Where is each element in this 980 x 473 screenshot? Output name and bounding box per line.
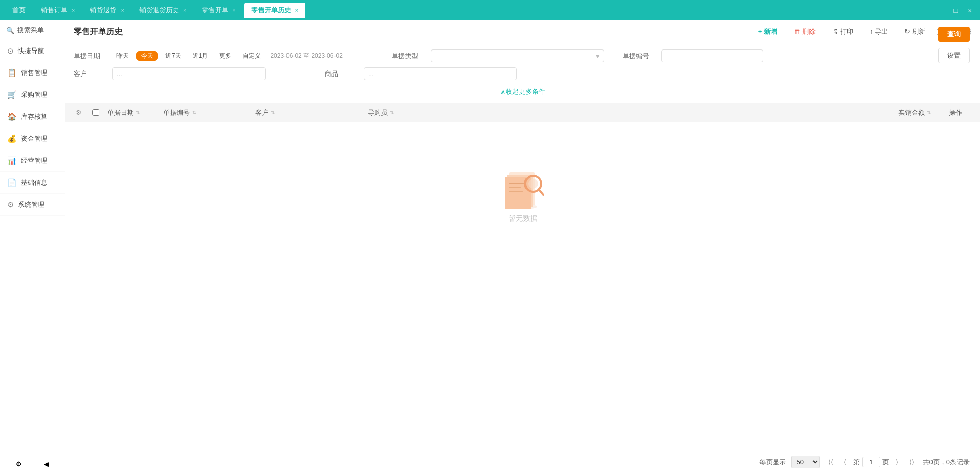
- refresh-button[interactable]: ↻ 刷新: [899, 24, 930, 39]
- col-amount-label: 实销金额: [898, 108, 925, 117]
- sidebar-item-资金管理[interactable]: 💰资金管理: [0, 128, 65, 150]
- query-button[interactable]: 查询: [938, 27, 970, 42]
- svg-rect-4: [509, 183, 524, 184]
- tab-销货退货[interactable]: 销货退货×: [83, 3, 131, 18]
- sidebar-item-采购管理[interactable]: 🛒采购管理: [0, 84, 65, 106]
- sort-icon-num: ⇅: [192, 110, 196, 115]
- total-info: 共0页，0条记录: [923, 458, 970, 467]
- col-header-guide[interactable]: 导购员 ⇅: [364, 108, 425, 117]
- tab-销货退货历史[interactable]: 销货退货历史×: [132, 3, 194, 18]
- tab-销售订单[interactable]: 销售订单×: [34, 3, 82, 18]
- col-header-date[interactable]: 单据日期 ⇅: [103, 108, 159, 117]
- empty-state: 暂无数据: [65, 122, 980, 264]
- export-button[interactable]: ↑ 导出: [865, 24, 893, 39]
- col-header-num[interactable]: 单据编号 ⇅: [159, 108, 251, 117]
- sidebar-icon: 📊: [7, 156, 17, 165]
- next-page-btn[interactable]: ⟩: [891, 456, 903, 468]
- sidebar-icon: ⚙: [7, 200, 14, 209]
- 1month-btn[interactable]: 近1月: [188, 51, 212, 61]
- customer-label: 客户: [74, 69, 104, 79]
- maximize-button[interactable]: □: [951, 6, 961, 15]
- collapse-button[interactable]: ∧ 收起更多条件: [74, 85, 972, 98]
- empty-text: 暂无数据: [509, 214, 537, 223]
- collapse-icon[interactable]: ◀: [44, 460, 49, 468]
- tab-close-icon[interactable]: ×: [71, 7, 75, 13]
- window-controls: — □ ×: [934, 6, 975, 15]
- page-label: 第: [853, 458, 860, 467]
- tab-label: 销货退货历史: [139, 6, 179, 15]
- sidebar-item-库存核算[interactable]: 🏠库存核算: [0, 106, 65, 128]
- sort-icon-date: ⇅: [136, 110, 140, 115]
- page-size-select[interactable]: 50 10 20 100: [791, 456, 820, 468]
- print-button[interactable]: 🖨 打印: [827, 24, 859, 39]
- sort-icon-amount: ⇅: [927, 110, 931, 115]
- type-select[interactable]: ▾: [431, 49, 604, 62]
- date-range-display: 2023-06-02 至 2023-06-02: [270, 52, 342, 60]
- last-page-btn[interactable]: ⟩⟩: [905, 456, 918, 468]
- sidebar: 🔍 搜索采单 ⊙快捷导航📋销售管理🛒采购管理🏠库存核算💰资金管理📊经营管理📄基础…: [0, 20, 65, 473]
- sidebar-item-label: 销售管理: [21, 68, 47, 78]
- filter-row-1: 单据日期 昨天 今天 近7天 近1月 更多 自定义 2023-06-02 至 2…: [74, 49, 972, 62]
- first-page-btn[interactable]: ⟨⟨: [825, 456, 837, 468]
- num-label: 单据编号: [623, 52, 653, 61]
- sidebar-icon: ⊙: [7, 46, 14, 56]
- sidebar-item-销售管理[interactable]: 📋销售管理: [0, 62, 65, 84]
- customer-value: ...: [117, 70, 123, 78]
- sidebar-item-label: 基础信息: [21, 178, 47, 187]
- custom-btn[interactable]: 自定义: [238, 51, 265, 61]
- setting-button[interactable]: 设置: [938, 48, 970, 63]
- tab-首页[interactable]: 首页: [5, 3, 33, 18]
- sidebar-item-系统管理[interactable]: ⚙系统管理: [0, 194, 65, 216]
- tab-零售开单历史[interactable]: 零售开单历史×: [244, 3, 305, 18]
- tab-close-icon[interactable]: ×: [232, 7, 235, 13]
- sort-icon-customer: ⇅: [271, 110, 275, 115]
- tab-list: 首页销售订单×销货退货×销货退货历史×零售开单×零售开单历史×: [5, 3, 934, 18]
- date-label: 单据日期: [74, 52, 104, 61]
- goods-label: 商品: [325, 69, 355, 79]
- svg-rect-3: [505, 177, 531, 209]
- page-title: 零售开单历史: [74, 27, 123, 37]
- sidebar-icon: 🛒: [7, 90, 17, 99]
- 7days-btn[interactable]: 近7天: [161, 51, 185, 61]
- col-num-label: 单据编号: [163, 108, 190, 117]
- yesterday-btn[interactable]: 昨天: [112, 51, 133, 61]
- col-header-ops: 操作: [935, 108, 976, 117]
- tab-close-icon[interactable]: ×: [295, 7, 298, 13]
- tab-close-icon[interactable]: ×: [183, 7, 186, 13]
- col-header-customer[interactable]: 客户 ⇅: [251, 108, 364, 117]
- sidebar-item-经营管理[interactable]: 📊经营管理: [0, 150, 65, 172]
- search-icon: 🔍: [6, 27, 14, 34]
- col-header-amount[interactable]: 实销金额 ⇅: [425, 108, 935, 117]
- sidebar-item-label: 系统管理: [18, 200, 44, 209]
- type-dropdown-icon: ▾: [596, 52, 600, 60]
- tab-close-icon[interactable]: ×: [121, 7, 124, 13]
- more-btn[interactable]: 更多: [215, 51, 235, 61]
- delete-button[interactable]: 🗑 删除: [788, 24, 821, 39]
- svg-point-8: [528, 179, 538, 189]
- sidebar-icon: 💰: [7, 134, 17, 143]
- close-button[interactable]: ×: [965, 6, 975, 15]
- prev-page-btn[interactable]: ⟨: [839, 456, 851, 468]
- sidebar-search[interactable]: 🔍 搜索采单: [0, 20, 65, 40]
- num-input[interactable]: [661, 49, 763, 62]
- tab-零售开单[interactable]: 零售开单×: [195, 3, 243, 18]
- minimize-button[interactable]: —: [934, 6, 947, 15]
- empty-icon: [497, 163, 548, 214]
- sidebar-bottom: ⚙ ◀: [0, 455, 65, 473]
- select-all-checkbox[interactable]: [88, 109, 103, 116]
- page-num-input[interactable]: 1: [862, 457, 880, 467]
- today-btn[interactable]: 今天: [136, 51, 158, 61]
- filter-area: 查询 设置 单据日期 昨天 今天 近7天 近1月 更多 自定义 2023-06-…: [65, 43, 980, 103]
- add-button[interactable]: + 新增: [753, 24, 782, 39]
- page-nav: ⟨⟨ ⟨ 第 1 页 ⟩ ⟩⟩: [825, 456, 918, 468]
- sidebar-item-快捷导航[interactable]: ⊙快捷导航: [0, 40, 65, 62]
- column-settings-button[interactable]: ⚙: [69, 109, 88, 116]
- page-suffix: 页: [882, 458, 889, 467]
- sidebar-item-基础信息[interactable]: 📄基础信息: [0, 172, 65, 194]
- goods-select[interactable]: ...: [364, 67, 517, 80]
- settings-icon[interactable]: ⚙: [16, 460, 22, 468]
- col-guide-label: 导购员: [368, 108, 388, 117]
- customer-select[interactable]: ...: [112, 67, 266, 80]
- sidebar-icon: 📋: [7, 68, 17, 78]
- page-size-label: 每页显示: [759, 458, 786, 467]
